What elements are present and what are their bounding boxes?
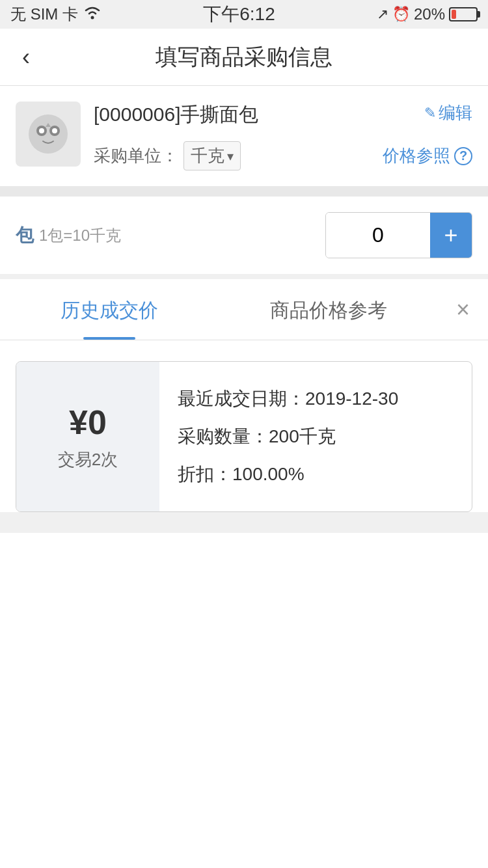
tab-price-ref[interactable]: 商品价格参考	[219, 279, 437, 340]
alarm-icon: ⏰	[392, 6, 410, 23]
history-card: ¥0 交易2次 最近成交日期：2019-12-30 采购数量：200千克 折扣：…	[16, 361, 472, 512]
product-unit-row: 采购单位： 千克 ▾ 价格参照 ?	[94, 141, 472, 170]
product-name: [0000006]手撕面包	[94, 102, 258, 128]
price-ref-button[interactable]: 价格参照 ?	[383, 144, 472, 167]
history-card-right: 最近成交日期：2019-12-30 采购数量：200千克 折扣：100.00%	[159, 362, 472, 511]
status-left: 无 SIM 卡	[10, 4, 102, 25]
wifi-icon	[83, 5, 102, 23]
quantity-row: 包 1包=10千克 +	[0, 197, 488, 274]
svg-point-0	[91, 16, 94, 20]
product-header: [0000006]手撕面包 ✎ 编辑	[94, 102, 472, 128]
section-divider	[0, 186, 488, 197]
quantity-control: +	[325, 212, 472, 258]
tab-history-price[interactable]: 历史成交价	[0, 279, 219, 340]
product-image	[16, 102, 81, 167]
battery-icon	[449, 7, 478, 21]
edit-icon: ✎	[424, 105, 436, 122]
product-info: [0000006]手撕面包 ✎ 编辑 采购单位： 千克 ▾ 价格参照 ?	[94, 102, 472, 170]
sim-label: 无 SIM 卡	[10, 4, 78, 25]
help-icon: ?	[454, 147, 472, 165]
history-card-left: ¥0 交易2次	[16, 362, 159, 511]
unit-select[interactable]: 千克 ▾	[183, 141, 241, 170]
tabs-header: 历史成交价 商品价格参考 ×	[0, 279, 488, 340]
edit-button[interactable]: ✎ 编辑	[424, 102, 472, 124]
dropdown-arrow-icon: ▾	[227, 148, 234, 164]
trade-count: 交易2次	[58, 448, 118, 471]
qty-row: 采购数量：200千克	[178, 423, 454, 450]
pkg-icon: 包	[16, 223, 34, 248]
recent-date-row: 最近成交日期：2019-12-30	[178, 385, 454, 413]
discount-row: 折扣：100.00%	[178, 461, 454, 488]
nav-bar: ‹ 填写商品采购信息	[0, 29, 488, 86]
tabs-section: 历史成交价 商品价格参考 × ¥0 交易2次 最近成交日期：2019-12-30…	[0, 279, 488, 512]
product-section: [0000006]手撕面包 ✎ 编辑 采购单位： 千克 ▾ 价格参照 ?	[0, 86, 488, 186]
tabs-close-button[interactable]: ×	[438, 296, 488, 323]
svg-point-5	[52, 128, 57, 133]
pkg-label: 包 1包=10千克	[16, 223, 121, 248]
unit-label: 采购单位： 千克 ▾	[94, 141, 241, 170]
status-right: ↗ ⏰ 20%	[377, 5, 478, 23]
product-thumbnail	[25, 111, 71, 157]
empty-content-area	[0, 533, 488, 868]
svg-point-4	[39, 128, 44, 133]
pkg-conversion: 1包=10千克	[39, 225, 121, 246]
back-button[interactable]: ‹	[16, 37, 36, 77]
quantity-input[interactable]	[326, 213, 430, 258]
status-time: 下午6:12	[203, 2, 275, 27]
history-price: ¥0	[69, 403, 107, 442]
status-bar: 无 SIM 卡 下午6:12 ↗ ⏰ 20%	[0, 0, 488, 29]
battery-pct: 20%	[414, 5, 445, 23]
page-title: 填写商品采购信息	[156, 42, 332, 72]
svg-point-1	[29, 115, 68, 154]
quantity-plus-button[interactable]: +	[430, 213, 472, 258]
location-icon: ↗	[377, 6, 388, 23]
